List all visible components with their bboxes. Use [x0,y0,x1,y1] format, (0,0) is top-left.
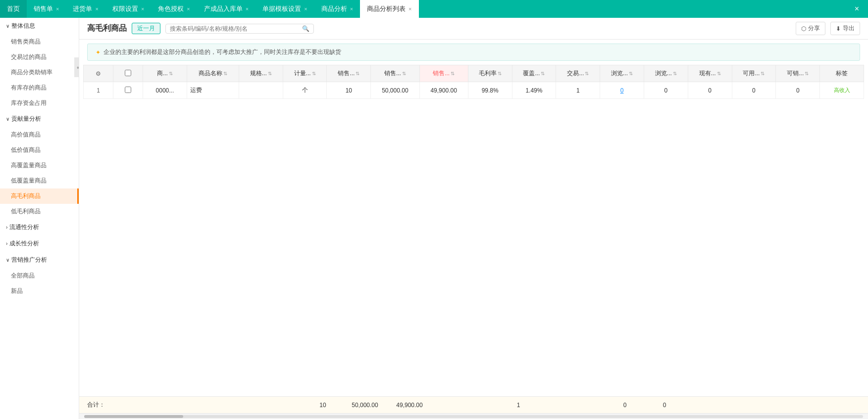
scrollbar-thumb[interactable] [84,415,183,418]
nav-sales-order[interactable]: 销售单 × [27,0,66,18]
close-template-settings[interactable]: × [304,6,307,12]
row-saleable: 0 [776,82,820,99]
export-icon: ⬇ [836,25,841,32]
sidebar-item-in-stock[interactable]: 有库存的商品 [0,80,79,95]
sort-icon-coverage: ⇅ [541,71,545,76]
sidebar-item-new-goods[interactable]: 新品 [0,283,79,299]
share-button[interactable]: ⬡ 分享 [796,22,825,35]
col-settings[interactable]: ⚙ [84,65,113,82]
main-layout: ∨ 整体信息 销售类商品 交易过的商品 商品分类助销率 有库存的商品 库存资金占… [0,18,868,419]
nav-template-settings[interactable]: 单据模板设置 × [255,0,314,18]
footer-available-stock: 0 [645,402,684,409]
window-close-icon[interactable]: × [851,2,863,15]
footer-current-stock: 0 [605,402,645,409]
col-sales-amount[interactable]: 销售... ⇅ [371,65,419,82]
sidebar: ∨ 整体信息 销售类商品 交易过的商品 商品分类助销率 有库存的商品 库存资金占… [0,18,79,419]
time-filter-button[interactable]: 近一月 [132,23,160,34]
scrollbar-track [84,415,863,418]
nav-permission-settings[interactable]: 权限设置 × [105,0,151,18]
sort-icon-cost: ⇅ [451,71,455,76]
close-permission-settings[interactable]: × [141,6,144,12]
info-icon: ✦ [96,49,101,56]
row-available-stock: 0 [732,82,776,99]
row-sales-qty: 10 [327,82,371,99]
table-container[interactable]: ⚙ 商... ⇅ 商品名称 [79,65,868,396]
row-sku-code: 0000... [143,82,187,99]
row-checkbox[interactable] [113,82,143,99]
col-trade-count[interactable]: 交易... ⇅ [556,65,600,82]
row-browse2: 0 [644,82,688,99]
nav-product-inbound[interactable]: 产成品入库单 × [197,0,255,18]
close-sales-order[interactable]: × [56,6,59,12]
sidebar-item-traded-goods[interactable]: 交易过的商品 [0,49,79,65]
col-checkbox[interactable] [113,65,143,82]
col-name[interactable]: 商品名称 ⇅ [187,65,239,82]
col-tag[interactable]: 标签 [820,65,864,82]
search-input[interactable] [170,25,302,32]
sidebar-item-low-margin[interactable]: 低毛利商品 [0,204,79,219]
row-trade-count: 1 [556,82,600,99]
sidebar-group-marketing[interactable]: ∨ 营销推广分析 [0,252,79,268]
content-header: 高毛利商品 近一月 🔍 ⬡ 分享 ⬇ 导出 [79,18,868,40]
nav-role-auth[interactable]: 角色授权 × [151,0,197,18]
arrow-icon-4: › [6,241,7,246]
col-unit[interactable]: 计量... ⇅ [283,65,327,82]
sidebar-item-low-value[interactable]: 低价值商品 [0,142,79,158]
col-coverage[interactable]: 覆盖... ⇅ [512,65,556,82]
sidebar-item-high-margin[interactable]: 高毛利商品 [0,188,79,204]
col-gross-margin[interactable]: 毛利率 ⇅ [468,65,512,82]
search-box: 🔍 [165,24,314,34]
footer-trade-count: 1 [501,402,536,409]
nav-right-actions: × [851,2,868,15]
row-select-checkbox[interactable] [125,87,131,93]
close-role-auth[interactable]: × [187,6,190,12]
sidebar-item-high-value[interactable]: 高价值商品 [0,127,79,142]
nav-purchase-order[interactable]: 进货单 × [66,0,105,18]
col-spec[interactable]: 规格... ⇅ [239,65,283,82]
sort-icon-spec: ⇅ [268,71,272,76]
col-saleable[interactable]: 可销... ⇅ [776,65,820,82]
col-current-stock[interactable]: 现有... ⇅ [688,65,732,82]
content-area: 高毛利商品 近一月 🔍 ⬡ 分享 ⬇ 导出 ✦ 企业的主要的利润都是这部分商品创… [79,18,868,419]
footer-sales-cost: 49,900.00 [387,402,432,409]
arrow-icon-2: ∨ [6,116,9,122]
nav-product-analysis-list[interactable]: 商品分析列表 × [360,0,418,18]
close-purchase-order[interactable]: × [95,6,98,12]
sidebar-item-all-goods[interactable]: 全部商品 [0,268,79,283]
settings-icon[interactable]: ⚙ [96,70,101,77]
row-browse1[interactable]: 0 [600,82,644,99]
sort-icon-unit: ⇅ [312,71,316,76]
col-browse2[interactable]: 浏览... ⇅ [644,65,688,82]
data-table: ⚙ 商... ⇅ 商品名称 [83,65,864,99]
sidebar-collapse-button[interactable]: « [74,57,79,77]
select-all-checkbox[interactable] [125,70,131,76]
sort-icon-current: ⇅ [717,71,721,76]
sidebar-item-high-coverage[interactable]: 高覆盖量商品 [0,158,79,173]
sidebar-group-growth[interactable]: › 成长性分析 [0,235,79,252]
sidebar-item-stock-capital[interactable]: 库存资金占用 [0,95,79,111]
sidebar-item-low-coverage[interactable]: 低覆盖量商品 [0,173,79,188]
col-browse1[interactable]: 浏览... ⇅ [600,65,644,82]
footer-sales-amount: 50,000.00 [343,402,387,409]
close-product-analysis[interactable]: × [350,6,353,12]
close-product-analysis-list[interactable]: × [408,6,411,12]
info-banner: ✦ 企业的主要的利润都是这部分商品创造的，可考虑加大推广，同时关注库存是不要出现… [87,44,860,61]
nav-product-analysis[interactable]: 商品分析 × [314,0,360,18]
export-button[interactable]: ⬇ 导出 [830,22,860,35]
col-sales-cost[interactable]: 销售... ⇅ [419,65,468,82]
search-icon[interactable]: 🔍 [302,25,309,32]
sidebar-group-contribution[interactable]: ∨ 贡献量分析 [0,111,79,127]
close-product-inbound[interactable]: × [246,6,249,12]
horizontal-scrollbar[interactable] [79,413,868,419]
col-sales-qty[interactable]: 销售... ⇅ [327,65,371,82]
sidebar-group-overall[interactable]: ∨ 整体信息 [0,18,79,34]
col-available-stock[interactable]: 可用... ⇅ [732,65,776,82]
sidebar-item-sales-goods[interactable]: 销售类商品 [0,34,79,49]
sidebar-group-liquidity[interactable]: › 流通性分析 [0,219,79,235]
col-sku-code[interactable]: 商... ⇅ [143,65,187,82]
sort-icon-saleable: ⇅ [805,71,809,76]
page-title: 高毛利商品 [87,23,127,34]
sidebar-item-category-rate[interactable]: 商品分类助销率 [0,65,79,80]
row-sales-cost: 49,900.00 [419,82,468,99]
nav-home[interactable]: 首页 [0,0,27,18]
